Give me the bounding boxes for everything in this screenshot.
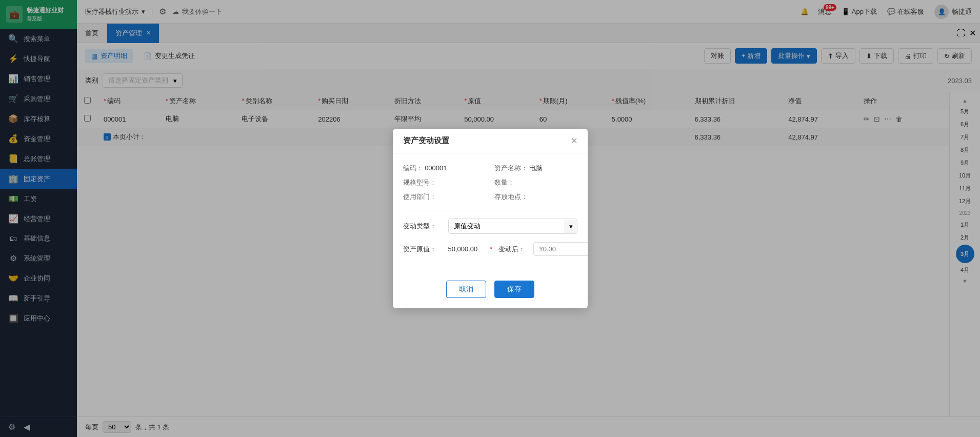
- dialog-original-value-label: 资产原值：: [403, 245, 444, 254]
- dialog-spec-field: 规格型号：: [403, 178, 486, 187]
- dialog-change-type-select[interactable]: 原值变动 ▾: [448, 218, 577, 234]
- dialog-title: 资产变动设置: [403, 136, 449, 146]
- dialog-code-label: 编码：: [403, 164, 423, 172]
- dialog-code-field: 编码： 000001: [403, 164, 486, 173]
- dialog-qty-field: 数量：: [494, 178, 577, 187]
- asset-change-dialog: 资产变动设置 ✕ 编码： 000001 资产名称： 电脑 规格型号： 数: [393, 129, 588, 308]
- dialog-dept-label: 使用部门：: [403, 193, 436, 201]
- modal-overlay: 资产变动设置 ✕ 编码： 000001 资产名称： 电脑 规格型号： 数: [0, 0, 980, 437]
- dialog-code-value: 000001: [425, 164, 447, 172]
- dialog-body: 编码： 000001 资产名称： 电脑 规格型号： 数量： 使用部门：: [393, 153, 588, 274]
- dialog-spec-label: 规格型号：: [403, 178, 436, 186]
- dialog-info-grid: 编码： 000001 资产名称： 电脑 规格型号： 数量： 使用部门：: [403, 164, 577, 210]
- dialog-location-field: 存放地点：: [494, 192, 577, 202]
- dialog-name-label: 资产名称：: [494, 164, 528, 172]
- dialog-change-type-value: 原值变动: [449, 219, 565, 233]
- dialog-after-change-label: 变动后：: [498, 245, 525, 254]
- dialog-value-row: 资产原值： 50,000.00 * 变动后：: [403, 242, 577, 256]
- cancel-button[interactable]: 取消: [446, 281, 486, 298]
- dialog-change-type-row: 变动类型： 原值变动 ▾: [403, 218, 577, 234]
- dialog-after-change-input[interactable]: [533, 242, 587, 256]
- change-type-dropdown-icon[interactable]: ▾: [565, 220, 577, 233]
- dialog-dept-field: 使用部门：: [403, 192, 486, 202]
- dialog-close-button[interactable]: ✕: [571, 136, 577, 146]
- dialog-location-label: 存放地点：: [494, 193, 528, 201]
- dialog-name-value: 电脑: [529, 164, 543, 172]
- dialog-name-field: 资产名称： 电脑: [494, 164, 577, 173]
- dialog-original-value: 50,000.00: [448, 245, 478, 253]
- dialog-change-type-label: 变动类型：: [403, 222, 444, 231]
- dialog-footer: 取消 保存: [393, 274, 588, 308]
- dialog-header: 资产变动设置 ✕: [393, 129, 588, 153]
- save-button[interactable]: 保存: [494, 281, 534, 298]
- dialog-required-star: *: [490, 245, 492, 253]
- dialog-qty-label: 数量：: [494, 178, 514, 186]
